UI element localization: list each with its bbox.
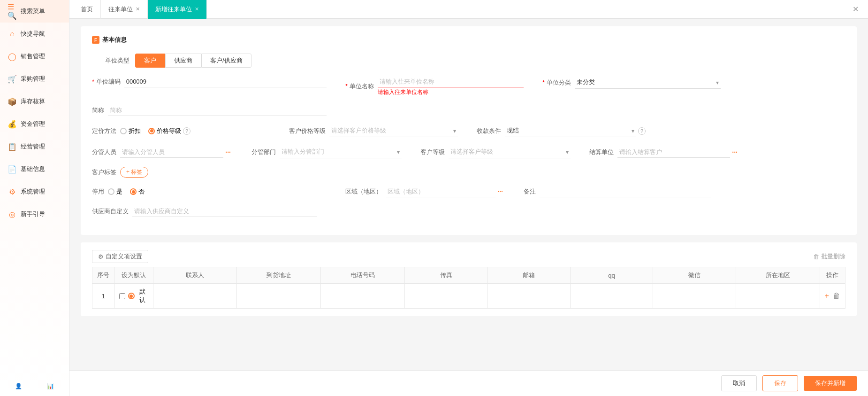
- default-radio[interactable]: [128, 293, 135, 299]
- sidebar-item-search[interactable]: ☰🔍 搜索菜单: [0, 0, 69, 23]
- region-more-btn[interactable]: ···: [495, 188, 505, 195]
- unit-category-value[interactable]: 未分类: [575, 76, 721, 89]
- cell-wechat[interactable]: [653, 284, 736, 309]
- address-input[interactable]: [242, 293, 316, 300]
- contact-input[interactable]: [158, 293, 232, 300]
- disabled-no-option[interactable]: 否: [130, 187, 145, 196]
- unit-type-both-btn[interactable]: 客户/供应商: [201, 54, 251, 68]
- remark-input[interactable]: [540, 186, 711, 197]
- sidebar-item-guide[interactable]: ◎ 新手引导: [0, 203, 69, 225]
- system-icon: ⚙: [8, 187, 17, 196]
- department-wrap: 请输入分管部门: [280, 146, 402, 158]
- cell-address[interactable]: [236, 284, 320, 309]
- sidebar-item-label: 搜索菜单: [21, 7, 45, 16]
- save-and-new-button[interactable]: 保存并新增: [804, 376, 857, 391]
- cell-email[interactable]: [487, 284, 571, 309]
- unit-name-input[interactable]: [378, 76, 524, 87]
- disabled-yes-radio[interactable]: [108, 188, 114, 195]
- tab-home[interactable]: 首页: [73, 0, 101, 19]
- short-name-input[interactable]: [108, 105, 327, 116]
- save-button[interactable]: 保存: [762, 375, 798, 391]
- batch-delete-icon: 🗑: [813, 253, 819, 260]
- sidebar-item-label: 采购管理: [21, 75, 45, 83]
- tab-home-label: 首页: [81, 5, 93, 14]
- content-area: F 基本信息 单位类型 客户 供应商 客户/供应商 单位编码 单位名称: [69, 19, 868, 370]
- col-address: 到货地址: [236, 267, 320, 284]
- sidebar-item-purchase[interactable]: 🛒 采购管理: [0, 68, 69, 90]
- sidebar-item-finance[interactable]: 💰 资金管理: [0, 113, 69, 135]
- sidebar-item-label: 经营管理: [21, 142, 45, 151]
- settlement-unit-more-btn[interactable]: ···: [730, 148, 739, 156]
- fax-input[interactable]: [410, 293, 483, 300]
- payment-terms-value[interactable]: 现结: [505, 124, 636, 137]
- field-short-name: 简称: [92, 105, 327, 116]
- unit-type-customer-btn[interactable]: 客户: [135, 54, 165, 68]
- sidebar-item-operations[interactable]: 📋 经营管理: [0, 135, 69, 158]
- unit-name-label: 单位名称: [345, 82, 374, 91]
- sidebar-item-quicknav[interactable]: ⌂ 快捷导航: [0, 23, 69, 45]
- manager-input[interactable]: [120, 147, 223, 158]
- default-radio-item[interactable]: 默认: [128, 287, 148, 304]
- row-region-input[interactable]: [741, 293, 815, 300]
- tab-new-partner[interactable]: 新增往来单位 ✕: [148, 0, 207, 19]
- department-placeholder[interactable]: 请输入分管部门: [280, 146, 402, 158]
- col-index: 序号: [92, 267, 114, 284]
- pricing-level-radio-inner: [150, 129, 153, 132]
- add-tag-button[interactable]: + 标签: [120, 167, 148, 178]
- settlement-unit-input[interactable]: [617, 147, 730, 158]
- row-pricing: 定价方法 折扣 价格等级: [92, 124, 845, 137]
- customer-price-level-label: 客户价格等级: [289, 127, 326, 135]
- disabled-no-radio[interactable]: [130, 188, 137, 195]
- customer-level-wrap: 请选择客户等级: [449, 146, 571, 158]
- cell-fax[interactable]: [404, 284, 487, 309]
- tab-new-partner-close[interactable]: ✕: [195, 7, 199, 12]
- cell-region[interactable]: [736, 284, 820, 309]
- unit-code-input[interactable]: [124, 76, 327, 87]
- tab-partner-list[interactable]: 往来单位 ✕: [101, 0, 148, 19]
- sidebar-item-system[interactable]: ⚙ 系统管理: [0, 180, 69, 203]
- cell-phone[interactable]: [320, 284, 404, 309]
- phone-input[interactable]: [326, 293, 400, 300]
- payment-terms-help-icon[interactable]: ?: [638, 127, 646, 135]
- cell-qq[interactable]: [571, 284, 653, 309]
- table-row: 1 默认: [92, 284, 845, 309]
- sidebar-item-sales[interactable]: ◯ 销售管理: [0, 45, 69, 68]
- tab-partner-list-close[interactable]: ✕: [136, 7, 140, 12]
- row-checkbox[interactable]: [119, 293, 125, 299]
- disabled-yes-option[interactable]: 是: [108, 187, 122, 196]
- settlement-unit-label: 结算单位: [589, 148, 614, 156]
- custom-settings-button[interactable]: ⚙ 自定义项设置: [92, 250, 148, 263]
- pricing-help-icon[interactable]: ?: [183, 127, 190, 135]
- row-supplier-custom: 供应商自定义: [92, 206, 845, 217]
- pricing-discount-option[interactable]: 折扣: [120, 127, 141, 135]
- email-input[interactable]: [492, 293, 565, 300]
- delete-row-btn[interactable]: 🗑: [833, 292, 840, 300]
- sidebar-item-inventory[interactable]: 📦 库存核算: [0, 90, 69, 113]
- close-all-tabs[interactable]: ✕: [847, 5, 864, 14]
- cancel-button[interactable]: 取消: [721, 375, 757, 391]
- batch-delete-label: 批量删除: [821, 252, 845, 261]
- pricing-discount-radio[interactable]: [120, 128, 127, 134]
- add-row-btn[interactable]: +: [825, 292, 829, 300]
- sidebar-footer-user[interactable]: 👤: [4, 380, 34, 392]
- unit-type-supplier-btn[interactable]: 供应商: [165, 54, 201, 68]
- cell-contact[interactable]: [153, 284, 237, 309]
- col-phone: 电话号码: [320, 267, 404, 284]
- section-icon: F: [92, 36, 99, 44]
- customer-level-placeholder[interactable]: 请选择客户等级: [449, 146, 571, 158]
- pricing-level-option[interactable]: 价格等级: [148, 127, 181, 135]
- table-header: 序号 设为默认 联系人 到货地址 电话号码 传真 邮箱 qq 微信 所在地区 操…: [92, 267, 845, 284]
- manager-more-btn[interactable]: ···: [223, 148, 233, 156]
- sidebar-item-basic-info[interactable]: 📄 基础信息: [0, 158, 69, 180]
- qq-input[interactable]: [575, 293, 648, 300]
- wechat-input[interactable]: [658, 293, 731, 300]
- customer-price-level-placeholder[interactable]: 请选择客户价格等级: [329, 124, 458, 137]
- field-unit-name: 单位名称 请输入往来单位名称: [345, 76, 524, 96]
- cell-checkbox: 默认: [114, 284, 153, 309]
- pricing-level-radio[interactable]: [148, 128, 155, 134]
- region-input[interactable]: [386, 186, 495, 197]
- batch-delete-button[interactable]: 🗑 批量删除: [813, 252, 845, 261]
- row-customer-tag: 客户标签 + 标签: [92, 167, 845, 178]
- supplier-custom-input[interactable]: [132, 206, 317, 217]
- sidebar-footer-stats[interactable]: 📊: [36, 380, 66, 392]
